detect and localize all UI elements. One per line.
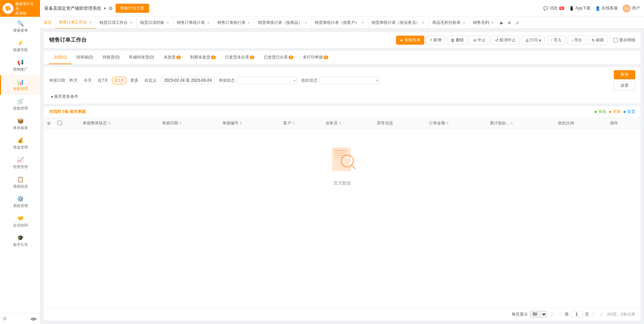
system-dropdown[interactable]: ▾: [104, 6, 106, 11]
collapse-icon[interactable]: ◀▶: [30, 316, 37, 321]
payment-select[interactable]: [319, 77, 380, 84]
sub-tab-shipped-out[interactable]: 已发货已出库0: [259, 51, 298, 64]
tab-cash-clear[interactable]: 钱货日清工作台 ✕: [96, 17, 137, 29]
tab-sales-order[interactable]: 销售订单工作台 ✕: [55, 17, 96, 29]
unaudit-action[interactable]: 充审: [609, 109, 621, 115]
sidebar-item-operation[interactable]: 📈 经营管理: [0, 153, 40, 173]
tab-close-sales-order[interactable]: ✕: [88, 21, 92, 24]
tab-salesman-stats[interactable]: 销货单统计表（按业务员） ✕: [368, 17, 429, 29]
add-btn[interactable]: + 新增: [426, 36, 445, 45]
sub-tab-pending-review[interactable]: 待审核(0): [72, 51, 98, 64]
tab-close-margin-analysis[interactable]: ✕: [462, 21, 466, 25]
sort-status[interactable]: 单据整体状态 ⇅: [83, 120, 155, 126]
sort-customer[interactable]: 客户 ⇅: [283, 120, 319, 126]
tab-close-salesman-stats[interactable]: ✕: [421, 21, 425, 25]
tab-order-exec[interactable]: 销售订单执行表 ✕: [214, 17, 255, 29]
th-number: 单据编号 ⇅: [219, 118, 280, 129]
tab-close-goods-stats[interactable]: ✕: [304, 21, 308, 25]
sidebar-item-sales[interactable]: 📊 销售管理: [0, 75, 40, 95]
date-btn-more[interactable]: 更多: [128, 77, 141, 84]
tab-close-cash-clear[interactable]: ✕: [129, 21, 133, 25]
sub-tab-overdue-unship[interactable]: 到期未发货0: [185, 51, 220, 64]
sort-amount[interactable]: 订单金额 ⇅: [429, 120, 483, 126]
sort-collected[interactable]: 累计收款... ⇅: [490, 120, 551, 126]
tab-customer-stats[interactable]: 销货单统计表（按客户） ✕: [311, 17, 368, 29]
page-last-btn[interactable]: ⟩⟩: [598, 311, 605, 317]
print-btn[interactable]: 🖨 打印 ▾: [521, 36, 545, 45]
tab-close-all[interactable]: ✕: [505, 20, 513, 26]
sort-salesman[interactable]: 业务员 ⇅: [326, 120, 370, 126]
tab-cash-reconcile[interactable]: 钱货日清对账 ✕: [137, 17, 173, 29]
sub-tab-shipped-not-out[interactable]: 已发货未出库0: [220, 51, 259, 64]
ship-action[interactable]: 发货: [624, 109, 635, 115]
message-btn[interactable]: 💬 消息 6: [543, 5, 564, 11]
settings-icon[interactable]: ⚙: [3, 316, 7, 321]
sub-tab-unprinted[interactable]: 未打印单据0: [298, 51, 333, 64]
sidebar-item-nav[interactable]: ⚡ 快捷导航: [0, 36, 40, 56]
th-checkbox[interactable]: [54, 118, 79, 129]
audit-action[interactable]: 审核: [595, 109, 606, 115]
sidebar-item-guide[interactable]: 🎓 新手引导: [0, 231, 40, 251]
sidebar-item-basic[interactable]: 📋 基础信息: [0, 173, 40, 192]
show-detail-input[interactable]: [613, 38, 618, 42]
page-first-btn[interactable]: ⟨⟨: [549, 311, 556, 317]
cancel-stop-btn[interactable]: ↺ 取消中止: [491, 36, 519, 45]
tab-order-stats[interactable]: 销售订单统计表 ✕: [173, 17, 214, 29]
sub-tab-unshipped[interactable]: 未发货0: [159, 51, 186, 64]
select-all-checkbox[interactable]: [57, 121, 62, 125]
date-btn-7days[interactable]: 近7天: [95, 77, 111, 84]
delete-btn[interactable]: 🗑 删除: [447, 36, 468, 45]
stop-btn[interactable]: ⊘ 中止: [470, 36, 489, 45]
content: 销售订单工作台 ★ 智能生单 + 新增 🗑 删除 ⊘ 中止 ↺ 取消中止: [40, 29, 644, 324]
set-btn[interactable]: 设置: [614, 81, 635, 90]
smart-create-btn[interactable]: ★ 智能生单: [396, 36, 424, 45]
expand-filter-btn[interactable]: ▾ 展开更多条件: [49, 93, 80, 100]
export-btn[interactable]: ↓ 导出: [567, 36, 586, 45]
tab-close-cash-reconcile[interactable]: ✕: [166, 21, 170, 25]
app-download-btn[interactable]: 📱 App下载: [569, 5, 591, 11]
date-range-input[interactable]: [161, 77, 215, 84]
sub-tab-all[interactable]: 全部(0): [49, 51, 72, 64]
tab-close-sales-margin[interactable]: ✕: [490, 21, 495, 25]
page-next-btn[interactable]: ⟩: [591, 311, 596, 317]
tab-home[interactable]: 首页: [40, 17, 55, 29]
refresh-btn[interactable]: ↻ 刷新: [588, 36, 608, 45]
sidebar-item-purchase[interactable]: 🛒 采购管理: [0, 95, 40, 114]
tab-scroll-right[interactable]: ▶: [498, 21, 505, 25]
tab-margin-analysis[interactable]: 商品毛利分析表 ✕: [429, 17, 470, 29]
date-btn-1month[interactable]: 近1月: [112, 77, 127, 84]
page-prev-btn[interactable]: ⟨: [558, 311, 563, 317]
date-btn-yesterday[interactable]: 昨天: [67, 77, 80, 84]
sort-number[interactable]: 单据编号 ⇅: [222, 120, 276, 126]
import-btn[interactable]: ↑ 导入: [547, 36, 565, 45]
sidebar-item-marketing[interactable]: 📢 营销推广: [0, 56, 40, 75]
industry-btn[interactable]: 体验行业方案: [116, 4, 149, 13]
sub-tab-wangpu-ship[interactable]: 旺铺待发货(0): [124, 51, 159, 64]
tab-close-order-stats[interactable]: ✕: [206, 21, 210, 25]
sidebar-item-search[interactable]: 🔍 搜索菜单: [0, 17, 40, 36]
page-input[interactable]: [571, 311, 583, 318]
tab-expand[interactable]: ⤢: [513, 20, 521, 26]
online-service-btn[interactable]: 👤 在线客服: [595, 5, 618, 11]
status-select[interactable]: [237, 77, 297, 84]
sort-date[interactable]: 单据日期 ⇅: [162, 120, 216, 126]
query-btn[interactable]: 查询: [614, 70, 635, 79]
th-gear[interactable]: ⚙: [44, 118, 54, 129]
show-detail-checkbox[interactable]: 显示明细: [613, 37, 635, 43]
sidebar-item-collab[interactable]: 🤝 企业协同: [0, 212, 40, 231]
print-icon: 🖨: [525, 38, 529, 43]
topbar-gear-icon[interactable]: ⚙: [109, 6, 113, 11]
sub-tab-pending-pick[interactable]: 待拣货(0): [98, 51, 124, 64]
date-btn-today[interactable]: 今天: [81, 77, 94, 84]
svg-point-8: [345, 159, 346, 161]
tab-sales-margin[interactable]: 销售毛利 ✕: [470, 17, 498, 29]
sidebar-item-finance[interactable]: 💰 资金管理: [0, 134, 40, 153]
tab-goods-stats[interactable]: 销货单统计表（按商品） ✕: [255, 17, 311, 29]
tab-close-customer-stats[interactable]: ✕: [360, 21, 364, 25]
user-btn[interactable]: Ea 用户: [622, 4, 640, 12]
page-size-select[interactable]: 50 100 200: [530, 311, 547, 318]
date-btn-custom[interactable]: 自定义: [142, 77, 159, 84]
tab-close-order-exec[interactable]: ✕: [247, 21, 251, 25]
sidebar-item-system[interactable]: ⚙️ 系统管理: [0, 192, 40, 212]
sidebar-item-inventory[interactable]: 📦 库存核算: [0, 114, 40, 134]
